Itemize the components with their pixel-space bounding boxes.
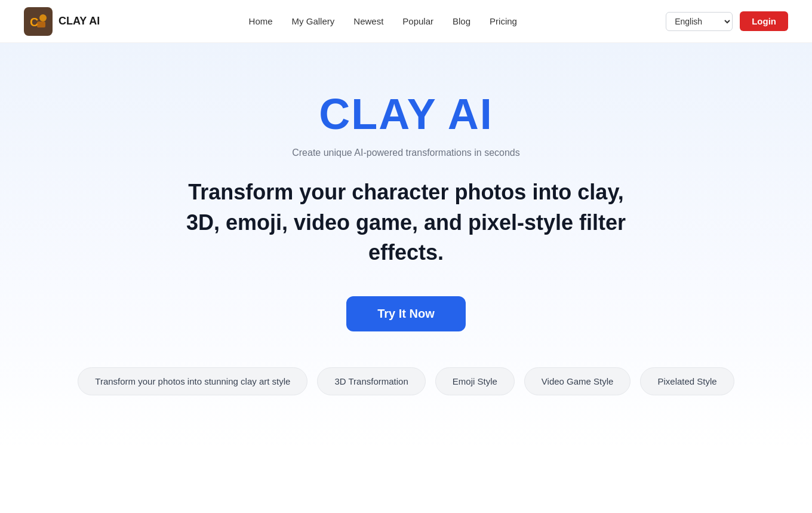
try-now-button[interactable]: Try It Now bbox=[346, 296, 466, 331]
style-tab-videogame[interactable]: Video Game Style bbox=[524, 367, 631, 395]
main-nav: Home My Gallery Newest Popular Blog Pric… bbox=[249, 16, 517, 26]
svg-rect-3 bbox=[37, 21, 45, 27]
nav-home[interactable]: Home bbox=[249, 16, 273, 26]
logo-area[interactable]: C CLAY AI bbox=[24, 7, 100, 36]
login-button[interactable]: Login bbox=[740, 11, 788, 31]
nav-gallery[interactable]: My Gallery bbox=[292, 16, 335, 26]
style-tab-emoji[interactable]: Emoji Style bbox=[435, 367, 515, 395]
logo-text: CLAY AI bbox=[59, 15, 100, 27]
nav-newest[interactable]: Newest bbox=[353, 16, 383, 26]
hero-subtitle: Create unique AI-powered transformations… bbox=[292, 148, 520, 158]
svg-point-2 bbox=[39, 14, 47, 21]
hero-headline: Transform your character photos into cla… bbox=[179, 177, 633, 268]
logo-image: C bbox=[24, 7, 53, 36]
language-select[interactable]: English Spanish French Chinese bbox=[666, 12, 733, 31]
style-tab-3d[interactable]: 3D Transformation bbox=[317, 367, 425, 395]
style-tabs-row: Transform your photos into stunning clay… bbox=[78, 367, 734, 395]
hero-section: CLAY AI Create unique AI-powered transfo… bbox=[0, 43, 812, 449]
hero-title: CLAY AI bbox=[319, 91, 493, 138]
nav-right: English Spanish French Chinese Login bbox=[666, 11, 788, 31]
nav-blog[interactable]: Blog bbox=[453, 16, 470, 26]
header: C CLAY AI Home My Gallery Newest Popular… bbox=[0, 0, 812, 43]
nav-popular[interactable]: Popular bbox=[402, 16, 433, 26]
nav-pricing[interactable]: Pricing bbox=[490, 16, 517, 26]
style-tab-clay[interactable]: Transform your photos into stunning clay… bbox=[78, 367, 307, 395]
style-tab-pixel[interactable]: Pixelated Style bbox=[640, 367, 734, 395]
